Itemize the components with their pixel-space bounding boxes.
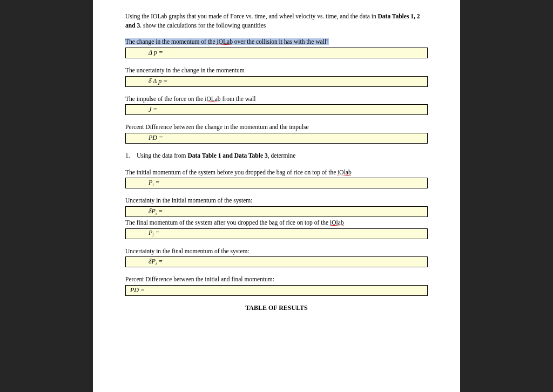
q1-err: iOLab — [217, 38, 233, 45]
q9-answer-box[interactable]: PD = — [125, 285, 428, 296]
pilcrow-icon: ¶ — [326, 38, 329, 44]
q2-prompt: The uncertainty in the change in the mom… — [125, 66, 428, 75]
q5-pre: The initial momentum of the system befor… — [125, 169, 338, 175]
q4-answer-box[interactable]: PD = — [125, 133, 428, 144]
document-page: Using the IOLab graphs that you made of … — [93, 0, 460, 392]
q7-answer-box[interactable]: Pi = — [125, 228, 428, 239]
intro-text-a: Using the IOLab graphs that you made of … — [125, 13, 378, 19]
q8-post-eq: = — [157, 258, 163, 265]
q4-prompt: Percent Difference between the change in… — [125, 123, 428, 132]
intro-paragraph: Using the IOLab graphs that you made of … — [125, 12, 428, 30]
list-number: 1. — [125, 151, 135, 160]
q6-sym: δP — [149, 207, 156, 215]
q8-prompt: Uncertainty in the final momentum of the… — [125, 247, 428, 256]
q7-pre: The final momentum of the system after y… — [125, 219, 330, 226]
numbered-text-c: , determine — [268, 152, 296, 159]
q3-equation: J = — [149, 105, 157, 114]
q1-post: over the collision it has with the wall — [233, 38, 326, 45]
q3-pre: The impulse of the force on the — [125, 96, 205, 102]
q8-answer-box[interactable]: δPi = — [125, 256, 428, 267]
q5-answer-box[interactable]: Pi = — [125, 178, 428, 188]
q5-equation: Pi = — [149, 178, 160, 188]
q4-equation: PD = — [149, 133, 163, 143]
q6-post-eq: = — [157, 207, 163, 215]
q6-equation: δPi = — [149, 207, 163, 217]
q1-answer-box[interactable]: Δ p = — [125, 48, 428, 58]
q3-err: iOLab — [205, 96, 220, 102]
q7-err: iOlab — [330, 219, 344, 226]
q9-prompt: Percent Difference between the initial a… — [125, 275, 428, 284]
intro-text-c: . show the calculations for the followin… — [140, 22, 266, 29]
q6-answer-box[interactable]: δPi = — [125, 206, 428, 217]
q6-prompt: Uncertainty in the initial momentum of t… — [125, 196, 428, 205]
q1-pre: The change in the momentum of the — [125, 38, 217, 45]
q2-answer-box[interactable]: δ Δ p = — [125, 76, 428, 87]
q9-equation: PD = — [130, 286, 145, 295]
q7-post-eq: = — [154, 229, 160, 236]
q1-equation: Δ p = — [149, 48, 163, 57]
numbered-item: 1. Using the data from Data Table 1 and … — [125, 151, 428, 160]
q3-post: from the wall — [221, 96, 256, 102]
numbered-text-a: Using the data from — [137, 152, 188, 159]
q7-equation: Pi = — [149, 228, 160, 239]
numbered-bold: Data Table 1 and Data Table 3 — [187, 152, 267, 159]
q8-equation: δPi = — [149, 257, 163, 267]
q5-err: iOlab — [338, 169, 352, 175]
q2-equation: δ Δ p = — [149, 77, 167, 86]
q1-highlight: The change in the momentum of the iOLab … — [125, 38, 329, 45]
q3-prompt: The impulse of the force on the iOLab fr… — [125, 94, 428, 104]
q7-prompt: The final momentum of the system after y… — [125, 218, 428, 227]
q3-answer-box[interactable]: J = — [125, 104, 428, 115]
q1-prompt: The change in the momentum of the iOLab … — [125, 37, 428, 46]
q5-prompt: The initial momentum of the system befor… — [125, 168, 428, 177]
q5-post-eq: = — [154, 179, 160, 186]
q8-sym: δP — [149, 258, 156, 265]
table-of-results-heading: TABLE OF RESULTS — [125, 303, 428, 313]
